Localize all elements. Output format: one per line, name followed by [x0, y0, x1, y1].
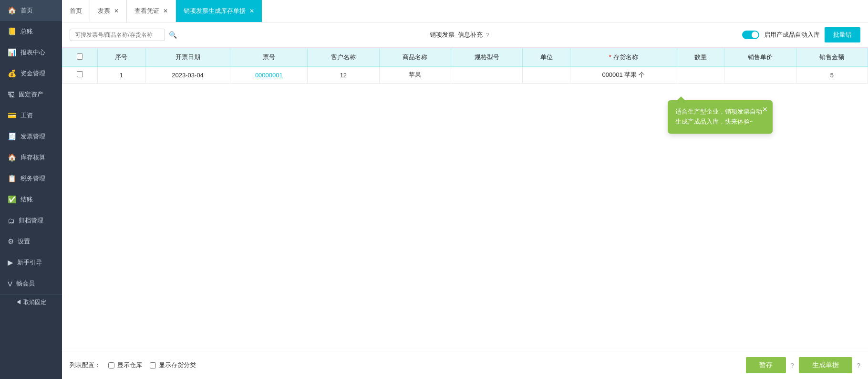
unfix-label: ◀: [16, 299, 21, 305]
sidebar-item-report[interactable]: 📊 报表中心: [0, 42, 62, 63]
row-seq: 1: [98, 67, 145, 84]
sidebar-item-invoice-mgmt[interactable]: 🧾 发票管理: [0, 126, 62, 147]
auto-warehouse-toggle[interactable]: [742, 31, 759, 39]
sidebar-item-label: 报表中心: [21, 48, 45, 57]
col-unit: 单位: [523, 48, 570, 67]
col-checkbox: [62, 48, 98, 67]
sidebar-item-settings[interactable]: ⚙ 设置: [0, 231, 62, 252]
show-warehouse-checkbox[interactable]: [108, 362, 114, 368]
filter-left: 🔍: [70, 29, 177, 41]
select-all-checkbox[interactable]: [77, 53, 83, 60]
col-spec: 规格型号: [451, 48, 522, 67]
info-icon[interactable]: ?: [486, 32, 489, 39]
sidebar-item-label: 首页: [21, 6, 33, 15]
sidebar-item-inventory[interactable]: 🏠 库存核算: [0, 147, 62, 168]
col-customer: 客户名称: [308, 48, 379, 67]
sidebar-item-label: 总账: [21, 27, 33, 36]
fixed-assets-icon: 🏗: [8, 91, 15, 99]
filter-center-label: 销项发票_信息补充: [430, 31, 483, 39]
search-input[interactable]: [70, 29, 165, 41]
sidebar-item-fund[interactable]: 💰 资金管理: [0, 63, 62, 84]
tab-voucher[interactable]: 查看凭证 ✕: [127, 0, 176, 22]
fund-icon: 💰: [8, 69, 17, 78]
tab-active[interactable]: 销项发票生成库存单据 ✕: [176, 0, 262, 22]
tab-invoice[interactable]: 发票 ✕: [90, 0, 127, 22]
content-area: 🔍 销项发票_信息补充 ? 启用产成品自动入库 批量错 ✕ 适合生产型企业，销项…: [62, 22, 868, 379]
show-category-checkbox[interactable]: [150, 362, 156, 368]
filter-center: 销项发票_信息补充 ?: [430, 31, 489, 39]
sidebar: 🏠 首页 📒 总账 📊 报表中心 💰 资金管理 🏗 固定资产 💳 工资 🧾 发票…: [0, 0, 62, 379]
tab-voucher-label: 查看凭证: [134, 7, 159, 15]
sidebar-item-label: 税务管理: [21, 174, 45, 183]
archive-icon: 🗂: [8, 217, 15, 225]
show-warehouse-label: 显示仓库: [117, 361, 142, 369]
sidebar-item-settlement[interactable]: ✅ 结账: [0, 189, 62, 210]
footer: 列表配置： 显示仓库 显示存货分类 暂存 ? 生成单据 ?: [62, 351, 868, 379]
row-date: 2023-03-04: [145, 67, 230, 84]
sidebar-item-label: 新手引导: [17, 258, 42, 267]
tab-invoice-label: 发票: [98, 7, 110, 15]
sidebar-item-label: 畅会员: [16, 279, 35, 288]
col-seq: 序号: [98, 48, 145, 67]
row-price: [724, 67, 796, 84]
tooltip-close-icon[interactable]: ✕: [762, 104, 768, 115]
close-invoice-icon[interactable]: ✕: [114, 8, 119, 14]
sidebar-item-label: 固定资产: [19, 90, 43, 99]
sidebar-item-guide[interactable]: ▶ 新手引导: [0, 252, 62, 273]
unfix-bar[interactable]: ◀ 取消固定: [0, 294, 62, 310]
tooltip-popup: ✕ 适合生产型企业，销项发票自动生成产成品入库，快来体验~: [668, 100, 773, 134]
tooltip-text: 适合生产型企业，销项发票自动生成产成品入库，快来体验~: [675, 108, 762, 125]
data-table: 序号 开票日期 票号 客户名称 商品名称 规格型号 单位 * 存货名称 数量 销…: [62, 48, 868, 84]
sidebar-item-ledger[interactable]: 📒 总账: [0, 21, 62, 42]
settings-icon: ⚙: [8, 237, 14, 246]
sidebar-item-label: 发票管理: [21, 132, 45, 141]
search-icon[interactable]: 🔍: [169, 31, 177, 39]
tax-icon: 📋: [8, 174, 17, 183]
tab-active-label: 销项发票生成库存单据: [184, 7, 246, 15]
sidebar-item-label: 工资: [21, 111, 33, 120]
sidebar-item-archive[interactable]: 🗂 归档管理: [0, 210, 62, 231]
sidebar-item-tax[interactable]: 📋 税务管理: [0, 168, 62, 189]
row-number: 00000001: [230, 67, 308, 84]
home-icon: 🏠: [8, 6, 17, 15]
sidebar-item-label: 设置: [18, 237, 30, 246]
ticket-number-link[interactable]: 00000001: [255, 72, 283, 79]
close-active-icon[interactable]: ✕: [249, 8, 254, 14]
filter-right: 启用产成品自动入库 批量错: [742, 27, 860, 42]
col-quantity: 数量: [677, 48, 724, 67]
save-button[interactable]: 暂存: [746, 357, 786, 373]
generate-button[interactable]: 生成单据: [799, 357, 852, 373]
sidebar-item-label: 归档管理: [19, 216, 43, 225]
row-checkbox[interactable]: [77, 71, 83, 77]
row-spec: [451, 67, 522, 84]
tab-home[interactable]: 首页: [62, 0, 90, 22]
close-voucher-icon[interactable]: ✕: [163, 8, 168, 14]
generate-help-icon[interactable]: ?: [857, 362, 860, 369]
sidebar-item-label: 资金管理: [21, 69, 45, 78]
show-warehouse-group: 显示仓库: [108, 361, 142, 369]
main-area: 首页 发票 ✕ 查看凭证 ✕ 销项发票生成库存单据 ✕ 🔍 销项发票_信息补充 …: [62, 0, 868, 379]
inventory-icon: 🏠: [8, 153, 17, 162]
col-date: 开票日期: [145, 48, 230, 67]
vip-icon: V: [8, 280, 12, 288]
sidebar-item-salary[interactable]: 💳 工资: [0, 105, 62, 126]
sidebar-item-fixed-assets[interactable]: 🏗 固定资产: [0, 84, 62, 105]
batch-button[interactable]: 批量错: [825, 27, 860, 42]
settlement-icon: ✅: [8, 195, 17, 204]
sidebar-item-vip[interactable]: V 畅会员: [0, 273, 62, 294]
save-help-icon[interactable]: ?: [791, 362, 794, 369]
sidebar-item-label: 库存核算: [21, 153, 45, 162]
row-product: 苹果: [379, 67, 451, 84]
col-number: 票号: [230, 48, 308, 67]
col-amount: 销售金额: [796, 48, 868, 67]
report-icon: 📊: [8, 48, 17, 57]
row-amount: 5: [796, 67, 868, 84]
col-product: 商品名称: [379, 48, 451, 67]
sidebar-item-home[interactable]: 🏠 首页: [0, 0, 62, 21]
table-row: 1 2023-03-04 00000001 12 苹果 000001 苹果 个 …: [62, 67, 868, 84]
toggle-label: 启用产成品自动入库: [764, 31, 820, 39]
row-customer: 12: [308, 67, 379, 84]
row-unit: [523, 67, 570, 84]
unfix-text: 取消固定: [23, 299, 46, 305]
invoice-mgmt-icon: 🧾: [8, 132, 17, 141]
